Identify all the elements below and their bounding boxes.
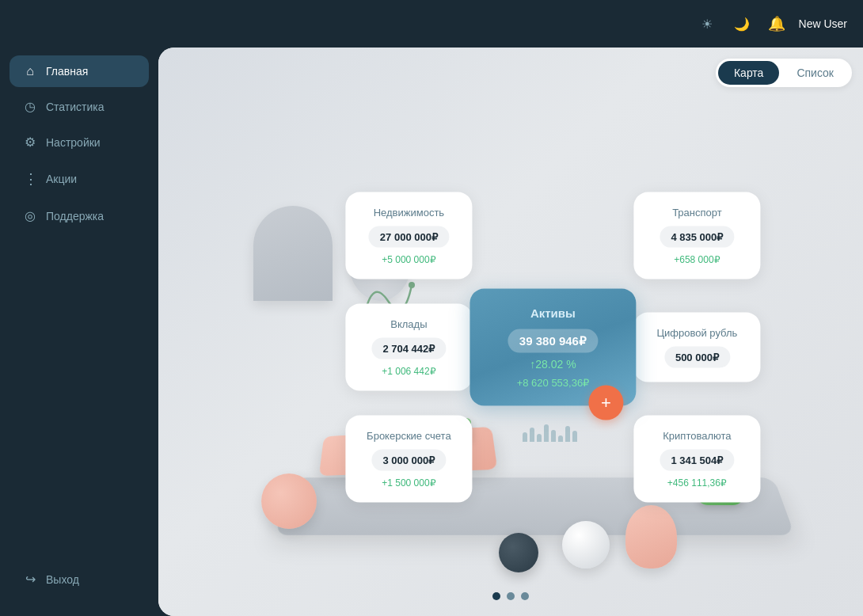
card-transport-amount: 4 835 000₽ [660, 226, 734, 248]
sidebar-item-stocks[interactable]: ⋮ Акции [10, 162, 149, 196]
sidebar-item-logout-label: Выход [46, 573, 79, 586]
home-icon: ⌂ [22, 64, 38, 78]
topbar-icons: ☀ 🌙 🔔 New User [694, 11, 847, 36]
card-broker[interactable]: Брокерские счета 3 000 000₽ +1 500 000₽ [345, 416, 472, 503]
card-broker-title: Брокерские счета [361, 430, 456, 442]
card-digital-title: Цифровой рубль [649, 327, 744, 339]
pink-circle-shape [261, 473, 317, 529]
card-deposits-change: +1 006 442₽ [361, 366, 456, 377]
sidebar-nav: ⌂ Главная ◷ Статистика ⚙ Настройки ⋮ Акц… [0, 55, 158, 560]
sidebar-item-settings[interactable]: ⚙ Настройки [10, 126, 149, 158]
dark-mode-icon[interactable]: 🌙 [729, 11, 755, 36]
sidebar-item-stocks-label: Акции [46, 173, 77, 185]
main-layout: ⌂ Главная ◷ Статистика ⚙ Настройки ⋮ Акц… [0, 48, 863, 616]
card-deposits-title: Вклады [361, 318, 456, 330]
sidebar-item-home[interactable]: ⌂ Главная [10, 55, 149, 87]
notification-bell-icon[interactable]: 🔔 [764, 11, 789, 36]
sidebar-item-settings-label: Настройки [46, 136, 101, 149]
card-assets[interactable]: Активы 39 380 946₽ ↑28.02 % +8 620 553,3… [470, 289, 636, 406]
view-toggle: Карта Список [716, 59, 852, 87]
card-assets-percent: ↑28.02 % [489, 358, 617, 371]
card-crypto-change: +456 111,36₽ [649, 477, 744, 489]
card-transport-title: Транспорт [649, 207, 744, 219]
username-label: New User [799, 17, 847, 30]
logout-icon: ↪ [22, 572, 38, 587]
add-asset-button[interactable]: + [588, 386, 623, 420]
card-deposits[interactable]: Вклады 2 704 442₽ +1 006 442₽ [345, 304, 472, 391]
sidebar-item-logout[interactable]: ↪ Выход [10, 563, 149, 595]
list-view-button[interactable]: Список [781, 61, 850, 85]
topbar: ☀ 🌙 🔔 New User [0, 0, 863, 48]
card-digital[interactable]: Цифровой рубль 500 000₽ [633, 313, 760, 382]
card-transport[interactable]: Транспорт 4 835 000₽ +658 000₽ [633, 192, 760, 279]
sidebar-item-support-label: Поддержка [46, 210, 104, 222]
card-crypto-title: Криптовалюта [649, 430, 744, 442]
dark-circle-shape [499, 533, 538, 572]
card-crypto[interactable]: Криптовалюта 1 341 504₽ +456 111,36₽ [633, 416, 760, 503]
sidebar-item-stats[interactable]: ◷ Статистика [10, 90, 149, 123]
map-view-button[interactable]: Карта [718, 61, 779, 85]
card-realestate-change: +5 000 000₽ [361, 254, 456, 265]
light-mode-icon[interactable]: ☀ [694, 11, 720, 36]
card-assets-title: Активы [489, 306, 617, 320]
card-transport-change: +658 000₽ [649, 254, 744, 265]
settings-icon: ⚙ [22, 135, 38, 150]
pagination-dots [492, 592, 529, 600]
sidebar-item-stats-label: Статистика [46, 101, 105, 113]
card-digital-amount: 500 000₽ [664, 347, 730, 368]
card-realestate[interactable]: Недвижимость 27 000 000₽ +5 000 000₽ [345, 192, 472, 279]
stocks-icon: ⋮ [22, 170, 38, 188]
pagination-dot-2[interactable] [507, 592, 515, 600]
card-realestate-amount: 27 000 000₽ [369, 226, 449, 248]
support-icon: ◎ [22, 208, 38, 223]
pagination-dot-3[interactable] [521, 592, 529, 600]
sidebar: ⌂ Главная ◷ Статистика ⚙ Настройки ⋮ Акц… [0, 48, 158, 616]
sidebar-item-home-label: Главная [46, 65, 88, 78]
stats-icon: ◷ [22, 99, 38, 114]
card-broker-amount: 3 000 000₽ [371, 450, 446, 471]
card-assets-amount: 39 380 946₽ [508, 329, 598, 353]
sidebar-bottom: ↪ Выход [0, 560, 158, 608]
white-sphere-shape [562, 521, 610, 568]
card-broker-change: +1 500 000₽ [361, 477, 456, 489]
pagination-dot-1[interactable] [492, 592, 500, 600]
arch-left-shape [253, 206, 333, 301]
card-deposits-amount: 2 704 442₽ [371, 338, 446, 359]
card-realestate-title: Недвижимость [361, 207, 456, 219]
card-crypto-amount: 1 341 504₽ [660, 450, 734, 471]
content-area: Карта Список Недвижимость 27 000 000₽ +5… [158, 48, 863, 616]
pink-cone-shape [625, 505, 677, 568]
sidebar-item-support[interactable]: ◎ Поддержка [10, 200, 149, 232]
cards-container: Недвижимость 27 000 000₽ +5 000 000₽ Тра… [341, 192, 764, 503]
